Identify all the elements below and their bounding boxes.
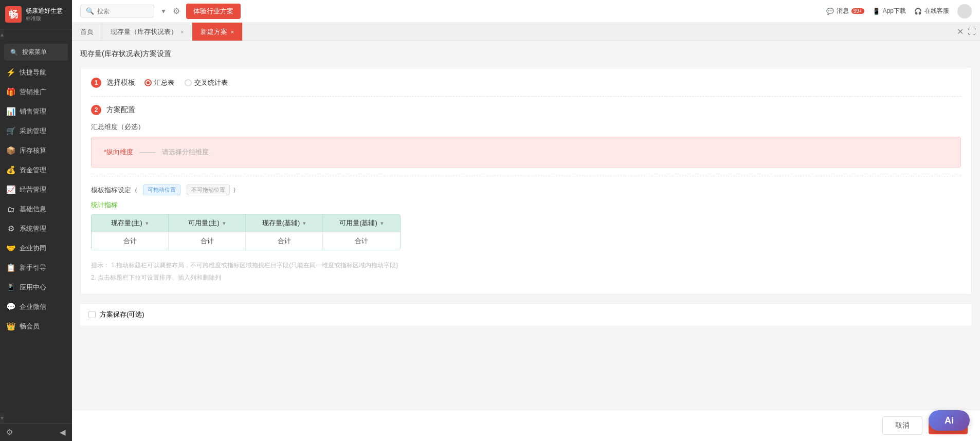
messages-button[interactable]: 💬 消息 99+: [826, 7, 864, 15]
sidebar-item-system[interactable]: ⚙ 系统管理: [0, 219, 72, 238]
tab-close-button[interactable]: ✕: [957, 27, 964, 36]
col3-chevron-icon[interactable]: ▾: [303, 220, 306, 227]
topbar-search-box[interactable]: 🔍: [80, 5, 154, 17]
sidebar-item-marketing[interactable]: 🎁 营销推广: [0, 82, 72, 102]
collapse-icon[interactable]: ◀: [60, 428, 66, 437]
search-icon: 🔍: [86, 7, 94, 15]
table-header-col4[interactable]: 可用量(基辅) ▾: [323, 214, 400, 232]
finance-icon: 💰: [6, 166, 15, 175]
section2-header: 2 方案配置: [91, 105, 961, 115]
gear-button[interactable]: ⚙: [173, 6, 180, 16]
dropdown-chevron-icon: ▼: [160, 8, 167, 15]
app-download-label: App下载: [883, 7, 906, 15]
radio-cross-label: 交叉统计表: [194, 78, 228, 87]
sidebar-item-label: 基础信息: [20, 205, 46, 214]
scroll-down-arrow[interactable]: ▼: [0, 414, 4, 422]
footer-bar: 取消 查询: [72, 410, 980, 441]
sidebar-item-finance[interactable]: 💰 资金管理: [0, 160, 72, 180]
sidebar-item-label: 企业微信: [20, 302, 46, 311]
tab-new-scheme-close-button[interactable]: ×: [230, 29, 233, 35]
messages-icon: 💬: [826, 8, 834, 15]
system-icon: ⚙: [6, 224, 15, 233]
cancel-button[interactable]: 取消: [882, 416, 922, 435]
sidebar-top-scroll[interactable]: ▲: [0, 29, 4, 40]
save-option-label: 方案保存(可选): [100, 310, 144, 319]
warning-dimension-box: *纵向维度 —— 请选择分组维度: [91, 137, 961, 168]
radio-cross[interactable]: 交叉统计表: [185, 78, 228, 87]
sidebar-item-label: 系统管理: [20, 224, 46, 233]
tab-home-label: 首页: [80, 27, 94, 36]
new-guide-icon: 📋: [6, 263, 15, 272]
topbar-dropdown[interactable]: ▼: [160, 8, 167, 15]
sidebar-item-sales[interactable]: 📊 销售管理: [0, 102, 72, 121]
save-option-checkbox[interactable]: [88, 311, 96, 318]
stats-indicator-label: 统计指标: [91, 200, 961, 210]
sidebar-item-enterprise-wechat[interactable]: 💬 企业微信: [0, 297, 72, 317]
sidebar-item-quick-nav[interactable]: ⚡ 快捷导航: [0, 63, 72, 82]
app-center-icon: 📱: [6, 283, 15, 292]
tab-home[interactable]: 首页: [72, 23, 102, 41]
radio-dot-summary: [144, 79, 152, 86]
table-header-col3[interactable]: 现存量(基辅) ▾: [246, 214, 323, 232]
table-header-col1[interactable]: 现存量(主) ▾: [92, 214, 169, 232]
cooperation-icon: 🤝: [6, 244, 15, 253]
sidebar-item-purchase[interactable]: 🛒 采购管理: [0, 121, 72, 141]
inventory-icon: 📦: [6, 146, 15, 155]
app-name-text: 畅康通好生意 标准版: [26, 7, 63, 22]
tab-expand-button[interactable]: ⛶: [968, 27, 976, 36]
radio-dot-cross: [185, 79, 192, 86]
col4-chevron-icon[interactable]: ▾: [380, 220, 384, 227]
col2-chevron-icon[interactable]: ▾: [223, 220, 226, 227]
app-icon: 畅: [5, 6, 22, 23]
table-header-col2[interactable]: 可用量(主) ▾: [169, 214, 246, 232]
base-info-icon: 🗂: [6, 205, 15, 214]
tab-inventory-status-label: 现存量（库存状况表）: [111, 27, 177, 36]
section1-header: 1 选择模板 汇总表 交叉统计表: [91, 78, 961, 88]
user-avatar[interactable]: [957, 4, 972, 19]
tip-item-2: 2. 点击标题栏下拉可设置排序、插入列和删除列: [91, 272, 961, 284]
sidebar-item-base-info[interactable]: 🗂 基础信息: [0, 199, 72, 219]
search-menu-label: 搜索菜单: [22, 48, 47, 57]
table-data-col2: 合计: [169, 232, 246, 250]
topbar: 🔍 ▼ ⚙ 体验行业方案 💬 消息 99+ 📱 App下载 🎧 在线客服: [72, 0, 980, 23]
tip-item-1: 提示： 1.拖动标题栏可以调整布局，不可跨维度或指标区域拖拽栏目字段(只能在同一…: [91, 260, 961, 271]
sidebar-item-new-guide[interactable]: 📋 新手引导: [0, 258, 72, 278]
scroll-up-arrow[interactable]: ▲: [0, 30, 4, 39]
app-download-button[interactable]: 📱 App下载: [873, 7, 906, 15]
sidebar-item-label: 库存核算: [20, 146, 46, 155]
content-area: 现存量(库存状况表)方案设置 1 选择模板 汇总表 交叉统计表: [72, 41, 980, 410]
tips-section: 提示： 1.拖动标题栏可以调整布局，不可跨维度或指标区域拖拽栏目字段(只能在同一…: [91, 260, 961, 283]
tab-inventory-status[interactable]: 现存量（库存状况表） ×: [102, 23, 192, 41]
radio-summary[interactable]: 汇总表: [144, 78, 174, 87]
sidebar-item-label: 快捷导航: [20, 68, 46, 77]
warning-placeholder-text[interactable]: 请选择分组维度: [162, 148, 209, 157]
table-data-col4: 合计: [323, 232, 400, 250]
col3-label: 现存量(基辅): [262, 218, 300, 228]
sidebar-bottom-scroll[interactable]: ▼: [0, 413, 4, 423]
search-icon: 🔍: [10, 49, 18, 56]
tab-new-scheme[interactable]: 新建方案 ×: [192, 23, 242, 41]
sidebar-nav: 🔍 搜索菜单 ⚡ 快捷导航 🎁 营销推广 📊 销售管理 🛒 采购管理 📦 库存核…: [0, 40, 72, 413]
sidebar-search[interactable]: 🔍 搜索菜单: [4, 44, 68, 61]
search-input[interactable]: [97, 8, 149, 15]
badge-legend: 可拖动位置 不可拖动位置 ）: [143, 185, 239, 195]
sidebar-item-member[interactable]: 👑 畅会员: [0, 317, 72, 336]
indicator-settings-label: 模板指标设定（: [91, 186, 138, 195]
sidebar-item-operations[interactable]: 📈 经营管理: [0, 180, 72, 199]
ai-float-button[interactable]: Ai: [929, 410, 970, 431]
sidebar-item-app-center[interactable]: 📱 应用中心: [0, 278, 72, 297]
table-data-col1: 合计: [92, 232, 169, 250]
purchase-icon: 🛒: [6, 126, 15, 136]
section1-title: 选择模板: [106, 78, 135, 87]
scheme-settings-card: 1 选择模板 汇总表 交叉统计表 2 方案配置: [80, 67, 972, 295]
settings-icon[interactable]: ⚙: [6, 428, 13, 437]
col1-chevron-icon[interactable]: ▾: [146, 220, 149, 227]
section1-number: 1: [91, 78, 101, 88]
tab-inventory-close-button[interactable]: ×: [180, 29, 184, 35]
marketing-icon: 🎁: [6, 87, 15, 97]
trial-industry-button[interactable]: 体验行业方案: [186, 4, 241, 19]
table-data-row: 合计 合计 合计 合计: [92, 232, 400, 250]
online-service-button[interactable]: 🎧 在线客服: [914, 7, 949, 15]
sidebar-item-cooperation[interactable]: 🤝 企业协同: [0, 238, 72, 258]
sidebar-item-inventory[interactable]: 📦 库存核算: [0, 141, 72, 160]
